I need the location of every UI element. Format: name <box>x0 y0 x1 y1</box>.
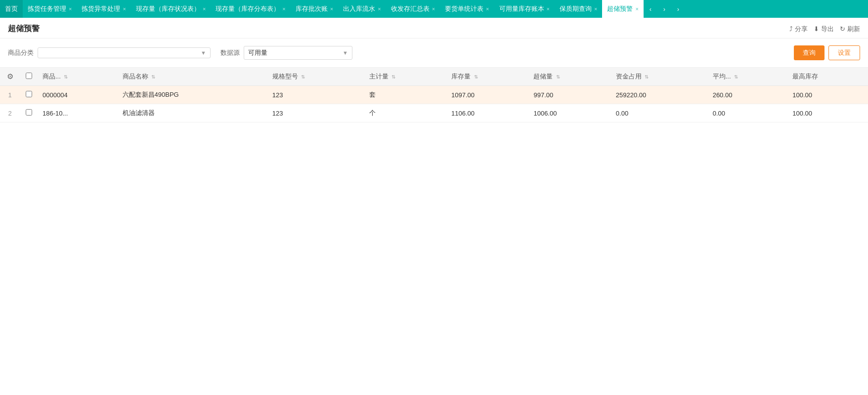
nav-item-task-mgmt-label: 拣货任务管理 <box>28 4 66 13</box>
page-title: 超储预警 <box>8 24 40 34</box>
table-body: 1 0000004 六配套新昌490BPG 123 套 1097.00 997.… <box>0 86 868 122</box>
col-spec[interactable]: 规格型号 ⇅ <box>267 68 364 86</box>
close-icon[interactable]: × <box>635 6 638 12</box>
nav-item-inventory-dist[interactable]: 现存量（库存分布表） × <box>211 0 290 18</box>
sort-icon: ⇅ <box>301 74 305 79</box>
gear-icon[interactable]: ⚙ <box>7 72 13 80</box>
nav-item-abnormal[interactable]: 拣货异常处理 × <box>77 0 130 18</box>
col-avg[interactable]: 平均... ⇅ <box>708 68 788 86</box>
nav-arrow-left[interactable]: ‹ <box>644 0 657 18</box>
select-all-checkbox[interactable] <box>26 73 32 79</box>
sort-icon: ⇅ <box>734 74 738 79</box>
col-avg-label: 平均... <box>713 73 731 80</box>
query-button[interactable]: 查询 <box>794 45 825 60</box>
datasource-label: 数据源 <box>220 48 240 57</box>
page-header: 超储预警 ⤴ 分享 ⬇ 导出 ↻ 刷新 <box>0 18 868 39</box>
nav-arrow-more[interactable]: › <box>671 0 685 18</box>
capital-cell: 259220.00 <box>611 86 708 104</box>
filter-area: 商品分类 ▼ 数据源 可用量 ▼ 查询 设置 <box>0 39 868 68</box>
col-overstock[interactable]: 超储量 ⇅ <box>528 68 610 86</box>
close-icon[interactable]: × <box>432 6 435 12</box>
refresh-button[interactable]: ↻ 刷新 <box>840 25 860 34</box>
nav-item-inout-flow[interactable]: 出入库流水 × <box>338 0 386 18</box>
nav-item-recv-send-summary[interactable]: 收发存汇总表 × <box>386 0 440 18</box>
sort-icon: ⇅ <box>556 74 560 79</box>
refresh-label: 刷新 <box>847 25 860 34</box>
product-name-cell: 六配套新昌490BPG <box>118 86 267 104</box>
row-num: 1 <box>0 86 20 104</box>
close-icon[interactable]: × <box>123 6 126 12</box>
row-checkbox-cell <box>20 104 38 122</box>
col-max-stock-label: 最高库存 <box>792 73 818 80</box>
sort-icon: ⇅ <box>151 74 155 79</box>
row-checkbox[interactable] <box>26 109 32 116</box>
col-capital[interactable]: 资金占用 ⇅ <box>611 68 708 86</box>
sort-icon: ⇅ <box>474 74 478 79</box>
product-code-cell: 186-10... <box>38 104 118 122</box>
nav-item-batch-ledger-label: 库存批次账 <box>296 4 328 13</box>
close-icon[interactable]: × <box>282 6 285 12</box>
col-unit[interactable]: 主计量 ⇅ <box>364 68 446 86</box>
top-nav: 首页 拣货任务管理 × 拣货异常处理 × 现存量（库存状况表） × 现存量（库存… <box>0 0 868 18</box>
nav-item-quality-check-label: 保质期查询 <box>560 4 592 13</box>
col-stock-label: 库存量 <box>451 73 471 80</box>
page-content: 超储预警 ⤴ 分享 ⬇ 导出 ↻ 刷新 商品分类 ▼ 数据源 <box>0 18 868 395</box>
max-stock-cell: 100.00 <box>787 104 868 122</box>
col-product-code[interactable]: 商品... ⇅ <box>38 68 118 86</box>
close-icon[interactable]: × <box>486 6 489 12</box>
export-icon: ⬇ <box>814 25 819 33</box>
row-checkbox[interactable] <box>26 91 32 97</box>
nav-item-overstock-warning-label: 超储预警 <box>607 4 633 13</box>
col-stock[interactable]: 库存量 ⇅ <box>446 68 528 86</box>
sort-icon: ⇅ <box>645 74 649 79</box>
table-header-row: ⚙ 商品... ⇅ 商品名称 ⇅ 规格型号 ⇅ <box>0 68 868 86</box>
nav-item-recv-send-summary-label: 收发存汇总表 <box>391 4 430 13</box>
nav-item-inventory-dist-label: 现存量（库存分布表） <box>216 4 280 13</box>
close-icon[interactable]: × <box>330 6 333 12</box>
share-button[interactable]: ⤴ 分享 <box>789 25 808 34</box>
export-label: 导出 <box>821 25 834 34</box>
nav-item-inout-flow-label: 出入库流水 <box>343 4 375 13</box>
capital-cell: 0.00 <box>611 104 708 122</box>
sort-icon: ⇅ <box>64 74 68 79</box>
product-name-cell: 机油滤清器 <box>118 104 267 122</box>
chevron-down-icon: ▼ <box>201 50 206 56</box>
category-filter: 商品分类 ▼ <box>8 47 211 58</box>
col-unit-label: 主计量 <box>369 73 389 80</box>
col-product-name[interactable]: 商品名称 ⇅ <box>118 68 267 86</box>
refresh-icon: ↻ <box>840 25 845 33</box>
nav-item-quality-check[interactable]: 保质期查询 × <box>555 0 602 18</box>
row-checkbox-cell <box>20 86 38 104</box>
nav-item-order-stat[interactable]: 要货单统计表 × <box>440 0 494 18</box>
col-overstock-label: 超储量 <box>533 73 553 80</box>
overstock-cell: 1006.00 <box>528 104 610 122</box>
filter-actions: 查询 设置 <box>794 45 860 60</box>
nav-item-overstock-warning[interactable]: 超储预警 × <box>602 0 643 18</box>
nav-item-abnormal-label: 拣货异常处理 <box>82 4 120 13</box>
close-icon[interactable]: × <box>69 6 72 12</box>
nav-arrow-right[interactable]: › <box>657 0 671 18</box>
nav-item-batch-ledger[interactable]: 库存批次账 × <box>291 0 338 18</box>
nav-item-order-stat-label: 要货单统计表 <box>445 4 483 13</box>
export-button[interactable]: ⬇ 导出 <box>814 25 834 34</box>
nav-item-inventory-status-label: 现存量（库存状况表） <box>136 4 200 13</box>
set-button[interactable]: 设置 <box>828 45 860 60</box>
close-icon[interactable]: × <box>547 6 550 12</box>
close-icon[interactable]: × <box>378 6 381 12</box>
nav-item-inventory-status[interactable]: 现存量（库存状况表） × <box>131 0 211 18</box>
category-label: 商品分类 <box>8 48 34 57</box>
datasource-filter: 数据源 可用量 ▼ <box>220 46 352 60</box>
nav-item-available-ledger[interactable]: 可用量库存账本 × <box>494 0 555 18</box>
datasource-value: 可用量 <box>248 48 267 57</box>
close-icon[interactable]: × <box>594 6 597 12</box>
spec-cell: 123 <box>267 86 364 104</box>
category-select[interactable]: ▼ <box>38 47 211 58</box>
nav-item-home[interactable]: 首页 <box>0 0 23 18</box>
stock-cell: 1106.00 <box>446 104 528 122</box>
close-icon[interactable]: × <box>203 6 206 12</box>
nav-item-task-mgmt[interactable]: 拣货任务管理 × <box>23 0 77 18</box>
header-actions: ⤴ 分享 ⬇ 导出 ↻ 刷新 <box>789 25 860 34</box>
datasource-select[interactable]: 可用量 ▼ <box>244 46 352 60</box>
spec-cell: 123 <box>267 104 364 122</box>
nav-item-available-ledger-label: 可用量库存账本 <box>499 4 544 13</box>
